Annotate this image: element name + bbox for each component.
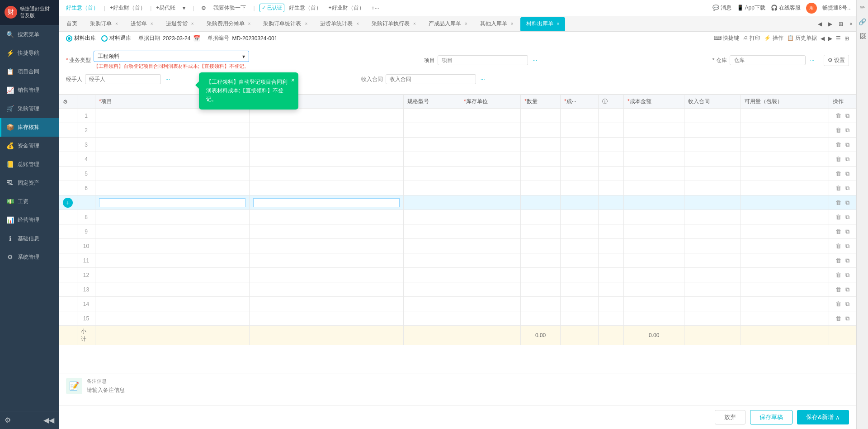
top-nav-more[interactable]: +··· bbox=[369, 4, 382, 12]
cell-empty[interactable] bbox=[684, 311, 741, 326]
top-nav-haoyecai2[interactable]: +好业财（首） bbox=[326, 3, 367, 13]
copy-row-btn[interactable]: ⧉ bbox=[845, 127, 849, 133]
sidebar-item-system[interactable]: ⚙ 系统管理 bbox=[0, 248, 59, 267]
cell-empty[interactable] bbox=[599, 311, 624, 326]
right-panel-link-btn[interactable]: 🔗 bbox=[859, 18, 866, 25]
cell-project[interactable] bbox=[95, 167, 250, 181]
cell-empty[interactable] bbox=[460, 167, 520, 181]
tab-inbound-stats[interactable]: 进货单统计表 × bbox=[314, 17, 365, 31]
history-btn[interactable]: 📋 历史单据 bbox=[787, 34, 817, 42]
sidebar-item-search[interactable]: 🔍 搜索菜单 bbox=[0, 25, 59, 44]
top-nav-haoshengyi[interactable]: 好生意（首） bbox=[63, 3, 102, 13]
cell-empty[interactable] bbox=[684, 210, 741, 224]
cell-empty[interactable] bbox=[741, 311, 829, 326]
cell-empty[interactable] bbox=[624, 109, 684, 123]
cell-empty[interactable] bbox=[561, 195, 599, 210]
cell-empty[interactable] bbox=[403, 282, 460, 297]
cell-project[interactable] bbox=[95, 282, 250, 297]
cell-material[interactable] bbox=[249, 239, 403, 253]
cell-project[interactable] bbox=[95, 297, 250, 311]
sidebar-item-inventory[interactable]: 📦 库存核算 bbox=[0, 118, 59, 137]
sidebar-item-management[interactable]: 📊 经营管理 bbox=[0, 211, 59, 229]
radio-material-outbound[interactable]: 材料出库 bbox=[66, 34, 96, 42]
cell-empty[interactable] bbox=[460, 123, 520, 138]
top-nav-experience[interactable]: 我要体验一下 bbox=[211, 3, 249, 13]
sidebar-item-nav[interactable]: ⚡ 快捷导航 bbox=[0, 44, 59, 62]
tab-close-all-btn[interactable]: × bbox=[848, 20, 854, 28]
cell-project-input[interactable] bbox=[99, 198, 245, 207]
cell-empty[interactable] bbox=[460, 210, 520, 224]
cell-empty[interactable] bbox=[403, 152, 460, 167]
delete-row-btn[interactable]: 🗑 bbox=[835, 315, 841, 322]
cell-empty[interactable] bbox=[460, 311, 520, 326]
tab-material-outbound[interactable]: 材料出库单 × bbox=[520, 17, 566, 31]
tab-close-purchase-expense[interactable]: × bbox=[248, 21, 251, 26]
cell-empty[interactable] bbox=[741, 210, 829, 224]
cell-empty[interactable] bbox=[561, 138, 599, 152]
notes-input[interactable] bbox=[87, 386, 849, 399]
cell-project[interactable] bbox=[95, 123, 250, 138]
cell-empty[interactable] bbox=[561, 282, 599, 297]
cell-empty[interactable] bbox=[624, 195, 684, 210]
cell-empty[interactable] bbox=[403, 109, 460, 123]
warehouse-input[interactable] bbox=[730, 55, 806, 65]
cell-empty[interactable] bbox=[403, 268, 460, 282]
list-view-btn[interactable]: ☰ bbox=[836, 34, 841, 42]
cell-project[interactable] bbox=[95, 181, 250, 195]
cell-empty[interactable] bbox=[521, 138, 561, 152]
cell-empty[interactable] bbox=[460, 195, 520, 210]
print-btn[interactable]: 🖨 打印 bbox=[743, 34, 760, 42]
copy-row-btn[interactable]: ⧉ bbox=[845, 243, 849, 249]
cell-empty[interactable] bbox=[561, 181, 599, 195]
cell-empty[interactable] bbox=[460, 253, 520, 268]
tab-grid-view-btn[interactable]: ⊞ bbox=[837, 20, 845, 28]
cell-empty[interactable] bbox=[624, 239, 684, 253]
cell-empty[interactable] bbox=[403, 167, 460, 181]
cell-empty[interactable] bbox=[521, 253, 561, 268]
cell-empty[interactable] bbox=[561, 311, 599, 326]
copy-row-btn[interactable]: ⧉ bbox=[845, 214, 849, 220]
project-input[interactable] bbox=[438, 55, 528, 65]
cell-empty[interactable] bbox=[403, 297, 460, 311]
message-btn[interactable]: 💬 消息 bbox=[712, 4, 731, 12]
copy-row-btn[interactable]: ⧉ bbox=[845, 170, 849, 177]
cell-empty[interactable] bbox=[521, 210, 561, 224]
cell-empty[interactable] bbox=[624, 253, 684, 268]
cell-empty[interactable] bbox=[599, 224, 624, 239]
cell-empty[interactable] bbox=[684, 152, 741, 167]
cell-empty[interactable] bbox=[599, 282, 624, 297]
cell-empty[interactable] bbox=[561, 152, 599, 167]
cell-empty[interactable] bbox=[599, 123, 624, 138]
cell-material[interactable] bbox=[249, 297, 403, 311]
copy-row-btn[interactable]: ⧉ bbox=[845, 300, 849, 307]
cell-material[interactable] bbox=[249, 109, 403, 123]
delete-row-btn[interactable]: 🗑 bbox=[835, 127, 841, 133]
business-type-select[interactable]: 工程领料 bbox=[94, 51, 249, 62]
delete-row-btn[interactable]: 🗑 bbox=[835, 170, 841, 177]
settings-bottom-btn[interactable]: ⚙ bbox=[5, 416, 11, 424]
project-dots-btn[interactable]: ··· bbox=[533, 57, 537, 63]
cell-material[interactable] bbox=[249, 268, 403, 282]
cell-empty[interactable] bbox=[599, 167, 624, 181]
tab-next-btn[interactable]: ▶ bbox=[826, 20, 834, 28]
cell-empty[interactable] bbox=[521, 297, 561, 311]
cell-empty[interactable] bbox=[741, 224, 829, 239]
cell-empty[interactable] bbox=[684, 224, 741, 239]
cell-empty[interactable] bbox=[741, 297, 829, 311]
top-nav-settings[interactable]: ⚙ bbox=[198, 4, 209, 12]
cell-empty[interactable] bbox=[684, 167, 741, 181]
cell-material[interactable] bbox=[249, 253, 403, 268]
cell-empty[interactable] bbox=[521, 311, 561, 326]
sidebar-item-basic[interactable]: ℹ 基础信息 bbox=[0, 229, 59, 248]
cell-project[interactable] bbox=[95, 311, 250, 326]
cell-empty[interactable] bbox=[741, 195, 829, 210]
handler-dots-btn[interactable]: ··· bbox=[165, 76, 170, 82]
add-row-button[interactable]: + bbox=[63, 198, 73, 208]
copy-row-btn[interactable]: ⧉ bbox=[845, 286, 849, 293]
cell-empty[interactable] bbox=[624, 282, 684, 297]
cell-empty[interactable] bbox=[460, 297, 520, 311]
warehouse-dots-btn[interactable]: ··· bbox=[810, 57, 815, 63]
cell-material[interactable] bbox=[249, 152, 403, 167]
cell-empty[interactable] bbox=[599, 109, 624, 123]
income-contract-dots-btn[interactable]: ··· bbox=[481, 76, 485, 82]
